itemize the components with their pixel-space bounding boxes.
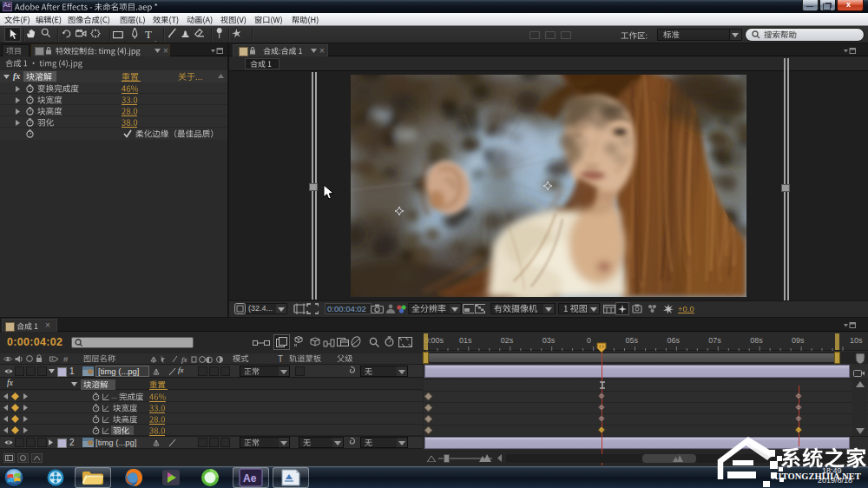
svg-text:fx: fx [181,355,187,364]
svg-text:Ae: Ae [243,472,257,485]
